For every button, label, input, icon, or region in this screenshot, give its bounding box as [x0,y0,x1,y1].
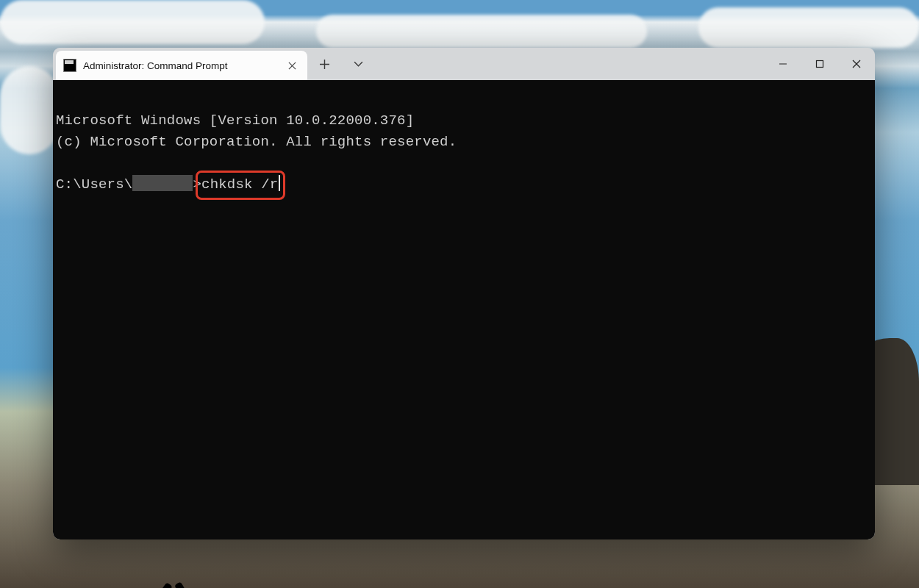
plus-icon [320,60,329,69]
prompt-suffix: > [193,176,201,193]
terminal-output-line: (c) Microsoft Corporation. All rights re… [56,134,457,150]
prompt-prefix: C:\Users\ [56,176,132,193]
new-tab-button[interactable] [307,48,341,80]
tab-command-prompt[interactable]: Administrator: Command Prompt [56,51,307,80]
close-icon [852,60,861,68]
close-icon [288,62,296,70]
terminal-window: Administrator: Command Prompt [53,48,875,539]
cloud-decoration [0,66,59,154]
tab-title: Administrator: Command Prompt [83,60,276,71]
chevron-down-icon [354,60,363,69]
cloud-decoration [316,15,647,48]
minimize-icon [779,60,787,68]
cloud-decoration [0,0,265,44]
text-caret [279,175,280,191]
desktop-background: Administrator: Command Prompt [0,0,919,588]
tab-dropdown-button[interactable] [341,48,375,80]
svg-rect-5 [817,61,823,68]
titlebar-drag-area[interactable] [375,48,765,80]
maximize-icon [815,60,824,68]
maximize-button[interactable] [801,48,838,80]
terminal-prompt-line: C:\Users\>chkdsk /r [56,176,280,193]
terminal-command-input[interactable]: chkdsk /r [201,176,278,193]
titlebar[interactable]: Administrator: Command Prompt [53,48,875,80]
close-window-button[interactable] [838,48,875,80]
redacted-username [132,175,193,191]
minimize-button[interactable] [765,48,801,80]
cloud-decoration [698,7,919,48]
command-prompt-icon [63,59,76,72]
tab-close-button[interactable] [282,56,301,75]
terminal-output-line: Microsoft Windows [Version 10.0.22000.37… [56,112,414,129]
terminal-body[interactable]: Microsoft Windows [Version 10.0.22000.37… [53,80,875,539]
